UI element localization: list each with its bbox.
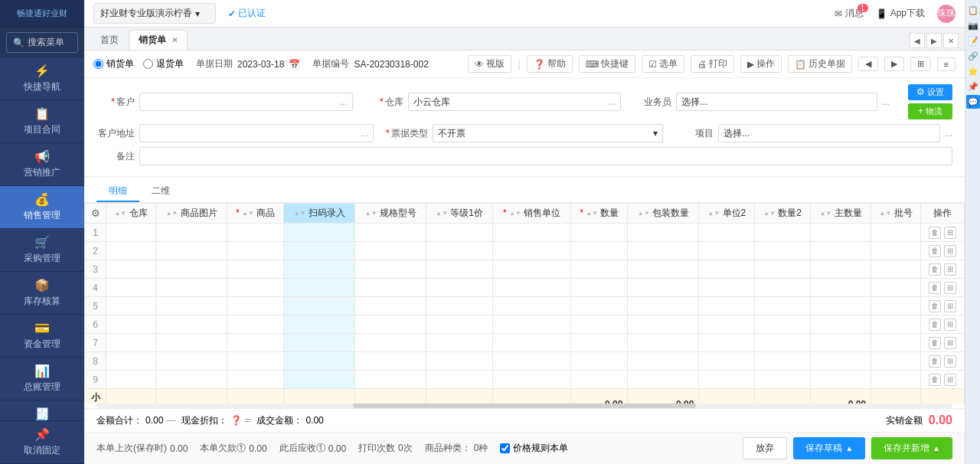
- row-cell[interactable]: [426, 334, 493, 352]
- row-delete-btn[interactable]: 🗑: [929, 227, 941, 239]
- expand-btn[interactable]: ◀: [858, 57, 878, 71]
- row-cell[interactable]: [755, 371, 811, 389]
- row-cell[interactable]: [699, 242, 755, 260]
- radio-sales-order[interactable]: 销货单: [93, 57, 134, 70]
- row-cell[interactable]: [755, 334, 811, 352]
- history-btn[interactable]: 📋 历史单据: [788, 55, 852, 73]
- row-cell[interactable]: [355, 260, 426, 279]
- row-cell[interactable]: [284, 260, 355, 279]
- sidebar-item-unpin[interactable]: 📌 取消固定: [0, 420, 84, 464]
- list-view-btn[interactable]: ≡: [937, 57, 956, 71]
- row-cell[interactable]: [106, 371, 156, 389]
- row-cell[interactable]: [426, 352, 493, 371]
- customer-dots[interactable]: ...: [340, 96, 348, 107]
- row-cell[interactable]: [871, 352, 921, 371]
- help-btn[interactable]: ❓ 帮助: [527, 55, 573, 73]
- row-cell[interactable]: [699, 334, 755, 352]
- row-cell[interactable]: [628, 242, 699, 260]
- logistics-btn[interactable]: + 物流: [908, 103, 952, 119]
- row-cell[interactable]: [871, 297, 921, 315]
- right-icon-5[interactable]: ⭐: [966, 64, 980, 78]
- row-cell[interactable]: [871, 260, 921, 279]
- settings-side-btn[interactable]: ⚙ 设置: [908, 84, 952, 100]
- search-menu-button[interactable]: 🔍 搜索菜单: [6, 32, 78, 53]
- calendar-icon[interactable]: 📅: [289, 59, 300, 70]
- row-cell[interactable]: [284, 334, 355, 352]
- row-cell[interactable]: [106, 297, 156, 315]
- row-cell[interactable]: [571, 352, 628, 371]
- row-cell[interactable]: [811, 297, 871, 315]
- message-button[interactable]: ✉ 1 消息: [835, 7, 864, 20]
- tab-prev-button[interactable]: ◀: [910, 33, 925, 48]
- row-copy-btn[interactable]: ⊞: [944, 227, 956, 239]
- row-cell[interactable]: [227, 371, 283, 389]
- row-cell[interactable]: [699, 371, 755, 389]
- row-cell[interactable]: [106, 224, 156, 242]
- row-cell[interactable]: [699, 260, 755, 279]
- salesperson-input[interactable]: 选择...: [676, 93, 877, 111]
- row-cell[interactable]: [755, 315, 811, 334]
- right-icon-6[interactable]: 📌: [966, 80, 980, 93]
- row-cell[interactable]: [628, 260, 699, 279]
- row-copy-btn[interactable]: ⊞: [944, 282, 956, 294]
- row-cell[interactable]: [284, 279, 355, 297]
- discount-info-icon[interactable]: ❓: [230, 415, 242, 426]
- row-cell[interactable]: [628, 279, 699, 297]
- row-cell[interactable]: [227, 315, 283, 334]
- row-cell[interactable]: [227, 334, 283, 352]
- row-cell[interactable]: [628, 224, 699, 242]
- warehouse-dots[interactable]: ...: [608, 96, 616, 107]
- remark-input[interactable]: [139, 147, 952, 165]
- row-cell[interactable]: [106, 315, 156, 334]
- row-cell[interactable]: [156, 242, 227, 260]
- row-delete-btn[interactable]: 🗑: [929, 245, 941, 257]
- row-cell[interactable]: [492, 260, 570, 279]
- row-cell[interactable]: [628, 334, 699, 352]
- row-cell[interactable]: [871, 242, 921, 260]
- table-row[interactable]: 1 🗑 ⊞: [85, 224, 965, 242]
- row-cell[interactable]: [811, 315, 871, 334]
- row-cell[interactable]: [106, 260, 156, 279]
- row-cell[interactable]: [426, 260, 493, 279]
- radio-sales-input[interactable]: [93, 59, 103, 69]
- row-cell[interactable]: [227, 260, 283, 279]
- row-delete-btn[interactable]: 🗑: [929, 282, 941, 294]
- tab-home[interactable]: 首页: [90, 30, 129, 50]
- sidebar-item-capital[interactable]: 💳 资金管理: [0, 315, 84, 358]
- sidebar-item-inventory[interactable]: 📦 库存核算: [0, 272, 84, 315]
- row-cell[interactable]: [871, 224, 921, 242]
- right-icon-7[interactable]: 💬: [966, 95, 980, 109]
- operate-btn[interactable]: ▶ 操作: [740, 55, 782, 73]
- price-rule-check-input[interactable]: [500, 443, 510, 453]
- row-cell[interactable]: [492, 279, 570, 297]
- amount-info-icon[interactable]: —: [166, 415, 175, 426]
- row-cell[interactable]: [156, 297, 227, 315]
- print-btn[interactable]: 🖨 打印: [691, 55, 734, 73]
- right-icon-4[interactable]: 🔗: [966, 49, 980, 63]
- radio-return-order[interactable]: 退货单: [143, 57, 184, 70]
- row-delete-btn[interactable]: 🗑: [929, 300, 941, 312]
- row-copy-btn[interactable]: ⊞: [944, 245, 956, 257]
- sidebar-item-invoice[interactable]: 🧾 发票管理: [0, 400, 84, 420]
- row-cell[interactable]: [492, 315, 570, 334]
- row-delete-btn[interactable]: 🗑: [929, 374, 941, 386]
- row-cell[interactable]: [871, 315, 921, 334]
- row-cell[interactable]: [811, 352, 871, 371]
- horizontal-scrollbar[interactable]: [96, 404, 952, 408]
- row-cell[interactable]: [811, 371, 871, 389]
- row-delete-btn[interactable]: 🗑: [929, 355, 941, 368]
- row-cell[interactable]: [284, 315, 355, 334]
- row-cell[interactable]: [628, 297, 699, 315]
- row-cell[interactable]: [755, 242, 811, 260]
- warehouse-input[interactable]: 小云仓库 ...: [408, 93, 622, 111]
- row-cell[interactable]: [355, 279, 426, 297]
- row-cell[interactable]: [571, 334, 628, 352]
- project-input[interactable]: 选择...: [718, 124, 940, 142]
- col-scan[interactable]: ▲▼ 扫码录入: [284, 204, 355, 224]
- app-download-button[interactable]: 📱 App下载: [876, 7, 925, 20]
- row-cell[interactable]: [871, 279, 921, 297]
- row-cell[interactable]: [227, 297, 283, 315]
- save-new-button[interactable]: 保存并新增 ▲: [871, 437, 952, 459]
- row-cell[interactable]: [156, 224, 227, 242]
- row-cell[interactable]: [571, 371, 628, 389]
